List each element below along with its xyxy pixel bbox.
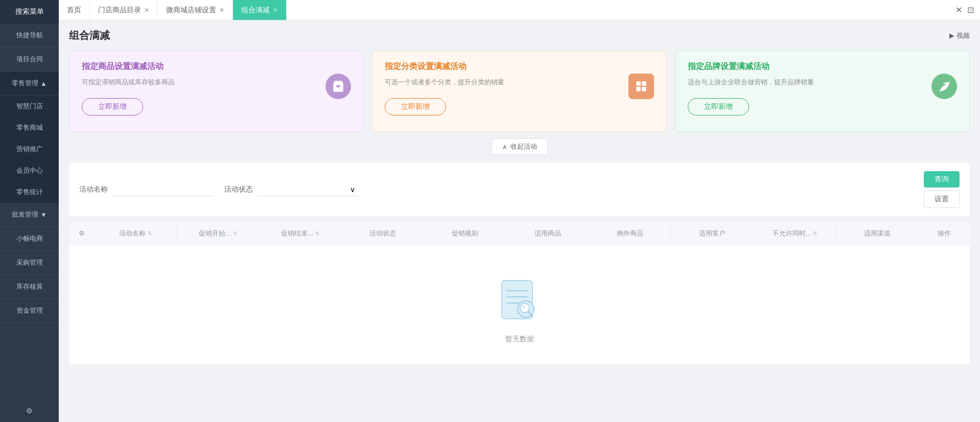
th-exception-goods: 例外商品 (589, 224, 671, 243)
th-activity-status: 活动状态 (342, 224, 424, 243)
activity-cards: 指定商品设置满减活动 可指定滞销商品或库存较多商品 立即新增 指定分类设置满减活… (69, 51, 970, 132)
sidebar-item-retail-stats[interactable]: 零售统计 (0, 181, 59, 203)
tab-combo-discount[interactable]: 组合满减 ✕ (233, 0, 287, 20)
th-exception-goods-label: 例外商品 (617, 229, 643, 238)
sidebar-item-member-center[interactable]: 会员中心 (0, 160, 59, 181)
svg-rect-3 (642, 87, 646, 91)
filter-row: 活动名称 活动状态 ∨ 查询 设置 (69, 163, 970, 216)
brand-card-icon (931, 74, 957, 99)
activity-name-label: 活动名称 (79, 185, 108, 194)
th-activity-name-label: 活动名称 (119, 229, 146, 238)
brand-card-btn[interactable]: 立即新增 (688, 98, 749, 115)
tab-home-label: 首页 (67, 6, 81, 15)
sidebar-item-smart-store[interactable]: 智慧门店 (0, 96, 59, 117)
sidebar-item-fund[interactable]: 资金管理 (0, 299, 59, 323)
brand-card-desc: 适合与上游企业联合做营销，提升品牌销量 (688, 77, 957, 88)
tab-store-products-label: 门店商品目录 (98, 6, 141, 15)
sidebar: 搜索菜单 快捷导航 项目合同 零售管理 ▲ 智慧门店 零售商城 营销推广 会员中… (0, 0, 59, 422)
sidebar-item-quick-nav[interactable]: 快捷导航 (0, 24, 59, 48)
sidebar-item-inventory[interactable]: 库存核算 (0, 275, 59, 299)
th-applicable-customer: 适用客户 (671, 224, 754, 243)
query-button[interactable]: 查询 (924, 171, 960, 187)
collapse-label: 收起活动 (510, 142, 537, 151)
sidebar-item-retail-mall[interactable]: 零售商城 (0, 117, 59, 138)
product-activity-card: 指定商品设置满减活动 可指定滞销商品或库存较多商品 立即新增 (69, 51, 364, 132)
activity-name-input[interactable] (112, 183, 214, 196)
tab-wechat-settings-close[interactable]: ✕ (219, 7, 224, 14)
play-icon: ▶ (949, 32, 954, 39)
sidebar-item-marketing[interactable]: 营销推广 (0, 138, 59, 160)
svg-rect-2 (636, 87, 641, 91)
sidebar-item-wholesale[interactable]: 批发管理 ▼ (0, 203, 59, 227)
page-header: 组合满减 ▶ 视频 (69, 29, 970, 42)
tab-home[interactable]: 首页 (59, 0, 90, 20)
sidebar-item-purchase[interactable]: 采购管理 (0, 251, 59, 275)
table-header: ⚙ 活动名称 ⇅ 促销开始... ⇅ 促销结束... ⇅ 活动状态 (69, 222, 970, 245)
th-promo-rule: 促销规则 (424, 224, 506, 243)
th-no-concurrent-label: 不允许同时... (773, 229, 811, 238)
th-applicable-channel: 适用渠道 (836, 224, 919, 243)
tab-bar: 首页 门店商品目录 ✕ 微商城店铺设置 ✕ 组合满减 ✕ ✕ ⊡ (59, 0, 980, 20)
th-activity-name[interactable]: 活动名称 ⇅ (95, 224, 177, 243)
th-activity-status-label: 活动状态 (369, 229, 396, 238)
page-title: 组合满减 (69, 29, 110, 42)
category-card-btn[interactable]: 立即新增 (385, 98, 446, 115)
empty-text: 暂无数据 (505, 335, 534, 344)
content-area: 组合满减 ▶ 视频 指定商品设置满减活动 可指定滞销商品或库存较多商品 (59, 20, 980, 422)
svg-rect-0 (636, 81, 641, 86)
sidebar-item-project-contract[interactable]: 项目合同 (0, 48, 59, 72)
tab-store-products-close[interactable]: ✕ (144, 7, 149, 14)
window-restore-btn[interactable]: ⊡ (967, 5, 974, 15)
window-close-btn[interactable]: ✕ (955, 5, 962, 15)
video-label: 视频 (956, 31, 970, 40)
th-applicable-customer-label: 适用客户 (699, 229, 726, 238)
svg-rect-1 (642, 81, 646, 86)
empty-state: 暂无数据 (69, 245, 970, 364)
th-promo-rule-label: 促销规则 (452, 229, 478, 238)
th-no-concurrent[interactable]: 不允许同时... ⇅ (754, 224, 836, 243)
sidebar-settings-btn[interactable]: ⚙ (0, 400, 59, 422)
sidebar-item-retail-management[interactable]: 零售管理 ▲ (0, 72, 59, 96)
brand-activity-card: 指定品牌设置满减活动 适合与上游企业联合做营销，提升品牌销量 立即新增 (675, 51, 970, 132)
th-applicable-goods-label: 适用商品 (534, 229, 561, 238)
th-applicable-channel-label: 适用渠道 (864, 229, 891, 238)
brand-card-title: 指定品牌设置满减活动 (688, 61, 957, 72)
th-promo-end-label: 促销结束... (281, 229, 313, 238)
sidebar-search[interactable]: 搜索菜单 (0, 0, 59, 24)
tab-store-products[interactable]: 门店商品目录 ✕ (90, 0, 158, 20)
tab-wechat-settings-label: 微商城店铺设置 (166, 6, 216, 15)
video-link[interactable]: ▶ 视频 (949, 31, 970, 40)
th-operation: 操作 (919, 224, 970, 243)
table-container: ⚙ 活动名称 ⇅ 促销开始... ⇅ 促销结束... ⇅ 活动状态 (69, 222, 970, 364)
tab-combo-discount-close[interactable]: ✕ (273, 7, 278, 14)
product-card-icon (325, 74, 351, 99)
th-promo-start[interactable]: 促销开始... ⇅ (177, 224, 259, 243)
th-operation-label: 操作 (938, 229, 951, 238)
settings-col-icon: ⚙ (79, 229, 85, 237)
sort-activity-name-icon: ⇅ (148, 230, 152, 236)
product-card-btn[interactable]: 立即新增 (82, 98, 143, 115)
filter-actions: 查询 设置 (924, 171, 960, 208)
activity-name-filter: 活动名称 (79, 183, 214, 196)
activity-status-select[interactable]: ∨ (257, 183, 359, 196)
th-applicable-goods: 适用商品 (507, 224, 589, 243)
category-activity-card: 指定分类设置满减活动 可选一个或者多个分类，提升分类的销量 立即新增 (372, 51, 667, 132)
activity-status-label: 活动状态 (224, 185, 253, 194)
settings-icon: ⚙ (26, 407, 33, 415)
product-card-desc: 可指定滞销商品或库存较多商品 (82, 77, 351, 88)
th-settings[interactable]: ⚙ (69, 224, 95, 242)
category-card-title: 指定分类设置满减活动 (385, 61, 654, 72)
settings-button[interactable]: 设置 (924, 191, 960, 208)
th-promo-end[interactable]: 促销结束... ⇅ (260, 224, 342, 243)
sidebar-item-xiaochangec[interactable]: 小畅电商 (0, 227, 59, 251)
empty-illustration (489, 275, 550, 326)
arrow-down-icon: ▼ (40, 211, 47, 219)
tab-combo-discount-label: 组合满减 (241, 6, 270, 15)
wholesale-label: 批发管理 (12, 210, 38, 219)
tab-wechat-settings[interactable]: 微商城店铺设置 ✕ (158, 0, 233, 20)
category-card-desc: 可选一个或者多个分类，提升分类的销量 (385, 77, 654, 88)
svg-point-12 (522, 306, 525, 309)
collapse-activities-btn[interactable]: ∧ 收起活动 (492, 138, 548, 155)
arrow-up-icon: ▲ (40, 80, 47, 87)
main-area: 首页 门店商品目录 ✕ 微商城店铺设置 ✕ 组合满减 ✕ ✕ ⊡ 组合满减 ▶ … (59, 0, 980, 422)
